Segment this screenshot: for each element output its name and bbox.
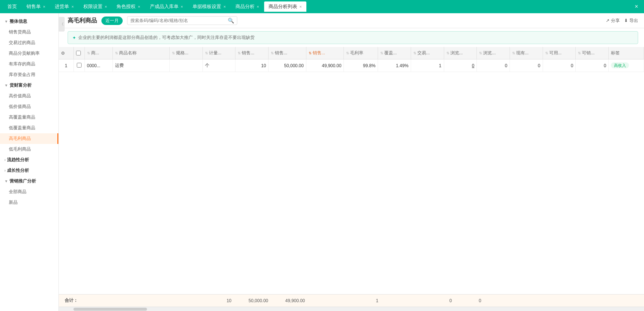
col-browse1[interactable]: ⇅ 浏览... (444, 47, 477, 59)
chevron-down-icon: ▼ (4, 19, 8, 23)
cell-browse2: 0 (477, 59, 510, 72)
sidebar-collapse-button[interactable]: 《 (59, 17, 65, 32)
sidebar-item-all-goods[interactable]: 全部商品 (0, 187, 58, 197)
tab-role-close[interactable]: × (138, 4, 140, 9)
footer-cells: 10 50,000.00 49,900.00 1 0 0 (87, 298, 638, 303)
col-tag: 标签 (609, 47, 644, 59)
tag-badge: 高收入 (611, 62, 629, 68)
tab-analysis-list-close[interactable]: × (299, 4, 302, 9)
tab-purchase-label: 进货单 (55, 3, 69, 10)
share-button[interactable]: ↗ 分享 (606, 18, 620, 24)
data-table: ⚙ ⇅ 商... ⇅ (59, 47, 644, 72)
info-banner: ✦ 企业的主要的利润都是这部分商品创造的，可考虑加大推广，同时关注库存是不要出现… (68, 31, 638, 44)
sidebar-group-growth[interactable]: › 成长性分析 (0, 165, 58, 176)
footer-sales-cost: 49,900.00 (270, 298, 307, 303)
tab-template[interactable]: 单据模板设置 × (188, 1, 230, 12)
tab-sales[interactable]: 销售单 × (22, 1, 50, 12)
row-checkbox[interactable] (77, 63, 82, 68)
tab-role[interactable]: 角色授权 × (112, 1, 144, 12)
col-gross-margin[interactable]: ⇅ 毛利率 (344, 47, 378, 59)
tab-sales-close[interactable]: × (43, 4, 45, 9)
tab-analysis[interactable]: 商品分析 × (231, 1, 263, 12)
cell-spec (169, 59, 202, 72)
export-button[interactable]: ⬇ 导出 (624, 18, 638, 24)
tab-permission-close[interactable]: × (105, 4, 107, 9)
search-icon[interactable]: 🔍 (228, 18, 234, 23)
cell-sales-qty: 10 (235, 59, 269, 72)
sidebar-item-contribution[interactable]: 商品分贡献购率 (0, 48, 58, 59)
cell-coverage: 1.49% (378, 59, 411, 72)
search-box: 🔍 (127, 16, 237, 25)
sidebar-item-in-stock[interactable]: 有库存的商品 (0, 59, 58, 69)
sidebar-group-overall[interactable]: ▼ 整体信息 (0, 16, 58, 27)
top-navigation: 首页 销售单 × 进货单 × 权限设置 × 角色授权 × 产成品入库单 × 单据… (0, 0, 644, 13)
sidebar-group-wealth-label: 货财富分析 (10, 82, 32, 88)
col-available[interactable]: ⇅ 可用... (543, 47, 576, 59)
sidebar-group-trend[interactable]: › 流趋性分析 (0, 155, 58, 165)
scroll-thumb[interactable] (73, 308, 147, 311)
table-row: 1 0000... 运费 (59, 59, 644, 72)
sidebar-group-wealth[interactable]: ▼ 货财富分析 (0, 80, 58, 91)
main-container: ▼ 整体信息 销售货商品 交易过的商品 商品分贡献购率 有库存的商品 库存资金占… (0, 13, 644, 311)
sidebar-item-low-value[interactable]: 低价值商品 (0, 101, 58, 112)
col-code[interactable]: ⇅ 商... (84, 47, 113, 59)
browse1-link[interactable]: 0 (472, 63, 475, 68)
tab-instock[interactable]: 产成品入库单 × (145, 1, 187, 12)
sidebar-item-low-margin[interactable]: 低毛利商品 (0, 144, 58, 155)
sidebar-group-marketing[interactable]: ▼ 营销推广分析 (0, 176, 58, 187)
cell-name: 运费 (113, 59, 170, 72)
sidebar-item-high-coverage[interactable]: 高覆盖量商品 (0, 112, 58, 123)
cell-code: 0000... (84, 59, 113, 72)
col-saleable[interactable]: ⇅ 可销... (576, 47, 609, 59)
window-close-button[interactable]: × (632, 3, 641, 10)
content-header: 高毛利商品 近一月 🔍 ↗ 分享 ⬇ 导出 (59, 13, 644, 28)
col-sales-amount[interactable]: ⇅ 销售... (269, 47, 306, 59)
col-spec[interactable]: ⇅ 规格... (169, 47, 202, 59)
footer-sales-qty: 10 (204, 298, 234, 303)
table-footer: 合计： 10 50,000.00 49,900.00 1 0 0 (59, 294, 644, 307)
col-transaction[interactable]: ⇅ 交易... (411, 47, 444, 59)
col-browse2[interactable]: ⇅ 浏览... (477, 47, 510, 59)
tab-purchase[interactable]: 进货单 × (50, 1, 78, 12)
chevron-right-icon: › (4, 158, 6, 162)
info-icon: ✦ (72, 35, 76, 40)
search-input[interactable] (130, 18, 228, 23)
tab-instock-close[interactable]: × (181, 4, 183, 9)
sidebar-item-low-coverage[interactable]: 低覆盖量商品 (0, 123, 58, 133)
tab-analysis-close[interactable]: × (257, 4, 259, 9)
chevron-down-icon-3: ▼ (4, 179, 8, 183)
col-name[interactable]: ⇅ 商品名称 (113, 47, 170, 59)
select-all-checkbox[interactable] (76, 51, 81, 55)
tab-analysis-list[interactable]: 商品分析列表 × (264, 1, 306, 12)
filter-recent-month-button[interactable]: 近一月 (101, 17, 123, 25)
tab-home[interactable]: 首页 (3, 1, 21, 12)
col-stock-qty[interactable]: ⇅ 现有... (510, 47, 543, 59)
cell-available: 0 (543, 59, 576, 72)
col-unit[interactable]: ⇅ 计量... (202, 47, 235, 59)
col-sales-cost[interactable]: ⇅ 销售... (306, 47, 344, 59)
cell-stock-qty: 0 (510, 59, 543, 72)
sidebar-item-stock-capital[interactable]: 库存资金占用 (0, 69, 58, 80)
sidebar-item-new-goods[interactable]: 新品 (0, 197, 58, 208)
sidebar-item-sales-goods[interactable]: 销售货商品 (0, 27, 58, 37)
horizontal-scrollbar[interactable] (59, 307, 644, 311)
sidebar-item-traded-goods[interactable]: 交易过的商品 (0, 37, 58, 48)
col-sales-qty[interactable]: ⇅ 销售... (235, 47, 269, 59)
tab-template-label: 单据模板设置 (193, 3, 221, 10)
col-coverage[interactable]: ⇅ 覆盖... (378, 47, 411, 59)
sidebar-group-growth-label: 成长性分析 (7, 167, 29, 174)
sidebar-item-high-value[interactable]: 高价值商品 (0, 91, 58, 101)
footer-available: 0 (425, 298, 454, 303)
table-header-row: ⚙ ⇅ 商... ⇅ (59, 47, 644, 59)
page-title: 高毛利商品 (68, 17, 97, 25)
tab-template-close[interactable]: × (223, 4, 226, 9)
tab-purchase-close[interactable]: × (71, 4, 73, 9)
data-table-container: ⚙ ⇅ 商... ⇅ (59, 47, 644, 294)
info-banner-text: 企业的主要的利润都是这部分商品创造的，可考虑加大推广，同时关注库存是不要出现缺货 (78, 35, 255, 41)
sidebar-item-high-margin[interactable]: 高毛利商品 (0, 133, 58, 144)
tab-permission[interactable]: 权限设置 × (79, 1, 111, 12)
tab-analysis-label: 商品分析 (235, 3, 255, 10)
sidebar: ▼ 整体信息 销售货商品 交易过的商品 商品分贡献购率 有库存的商品 库存资金占… (0, 13, 59, 311)
cell-sales-amount: 50,000.00 (269, 59, 306, 72)
col-settings[interactable]: ⚙ (59, 47, 73, 59)
